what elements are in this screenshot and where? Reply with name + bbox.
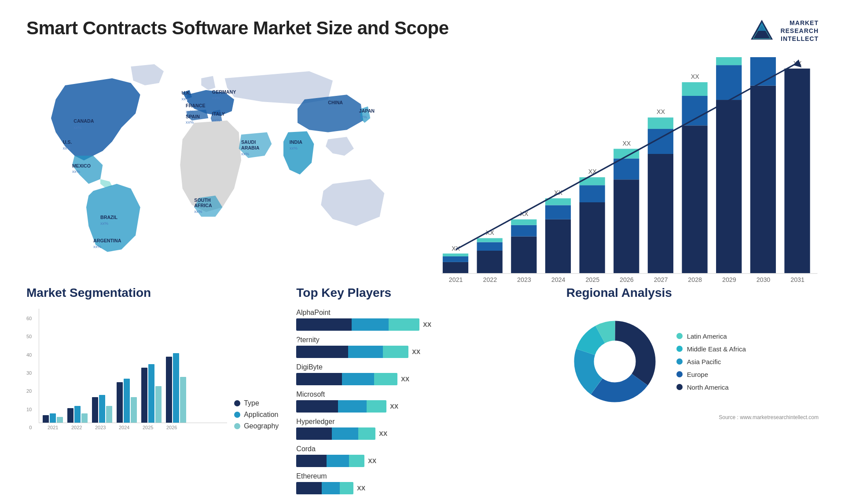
svg-text:ARABIA: ARABIA — [241, 145, 260, 150]
source-text: Source : www.marketresearchintellect.com — [566, 414, 819, 420]
safrica-label: SOUTH — [194, 197, 210, 203]
svg-text:xx%: xx% — [100, 221, 109, 226]
europe-dot — [676, 371, 683, 377]
france-label: FRANCE — [186, 103, 205, 108]
bottom-content: Market Segmentation 60 50 40 30 20 10 0 — [26, 286, 819, 500]
svg-text:XX: XX — [691, 73, 699, 80]
svg-rect-34 — [545, 219, 571, 274]
svg-rect-59 — [716, 100, 742, 274]
india-label: INDIA — [290, 139, 302, 145]
asia-dot — [676, 358, 683, 365]
svg-text:2022: 2022 — [483, 276, 497, 283]
players-list: AlphaPoint XX ?ternity — [296, 309, 548, 500]
svg-text:xx%: xx% — [241, 151, 250, 156]
player-row: AlphaPoint XX — [296, 309, 548, 331]
svg-rect-56 — [682, 82, 707, 96]
logo-icon — [749, 18, 775, 44]
reg-legend-item: Latin America — [676, 332, 746, 340]
logo-text: MARKET RESEARCH INTELLECT — [780, 19, 819, 43]
legend-type: Type — [234, 399, 279, 407]
svg-rect-40 — [579, 185, 605, 202]
uk-label: U.K. — [182, 90, 191, 95]
svg-rect-20 — [443, 256, 468, 262]
namerica-dot — [676, 384, 683, 390]
canada-label: CANADA — [73, 118, 94, 124]
svg-rect-51 — [648, 117, 673, 129]
us-label: U.S. — [63, 139, 72, 145]
svg-rect-24 — [477, 251, 503, 274]
svg-rect-21 — [443, 253, 468, 256]
geo-dot — [234, 423, 240, 429]
svg-text:xx%: xx% — [73, 125, 82, 130]
svg-rect-35 — [545, 205, 571, 219]
svg-text:xx%: xx% — [63, 146, 71, 150]
svg-rect-26 — [477, 238, 503, 242]
svg-text:2026: 2026 — [620, 276, 634, 283]
svg-text:XX: XX — [725, 57, 733, 58]
germany-label: GERMANY — [212, 89, 236, 95]
chart-section: XX 2021 XX 2022 XX 2023 — [431, 57, 819, 268]
svg-rect-29 — [511, 237, 536, 274]
china-label: CHINA — [328, 100, 343, 105]
donut-chart — [566, 313, 663, 410]
segmentation-section: Market Segmentation 60 50 40 30 20 10 0 — [26, 286, 279, 500]
player-row: Corda XX — [296, 445, 548, 467]
map-container: CANADA xx% U.S. xx% MEXICO xx% BRAZIL xx… — [26, 57, 414, 268]
donut-area: Latin America Middle East & Africa Asia … — [566, 313, 819, 410]
svg-point-72 — [596, 343, 633, 380]
header: Smart Contracts Software Market Size and… — [26, 18, 819, 44]
world-map: CANADA xx% U.S. xx% MEXICO xx% BRAZIL xx… — [26, 57, 414, 268]
app-dot — [234, 412, 240, 418]
svg-rect-64 — [750, 86, 776, 274]
svg-text:xx%: xx% — [359, 114, 367, 119]
argentina-label: ARGENTINA — [93, 238, 121, 243]
regional-section: Regional Analysis — [566, 286, 819, 500]
italy-label: ITALY — [212, 111, 225, 117]
svg-text:xx%: xx% — [72, 169, 81, 174]
svg-text:xx%: xx% — [182, 96, 190, 101]
svg-text:XX: XX — [622, 140, 631, 147]
japan-label: JAPAN — [359, 108, 375, 113]
player-row: Microsoft XX — [296, 391, 548, 413]
seg-legend: Type Application Geography — [234, 399, 279, 430]
page-container: Smart Contracts Software Market Size and… — [0, 0, 845, 504]
growth-chart: XX 2021 XX 2022 XX 2023 — [431, 57, 819, 296]
seg-bar — [43, 415, 49, 423]
svg-text:2030: 2030 — [757, 276, 771, 283]
svg-text:2031: 2031 — [790, 276, 805, 283]
player-row: Hyperledger XX — [296, 418, 548, 440]
svg-text:2029: 2029 — [722, 276, 736, 283]
player-row: ?ternity XX — [296, 336, 548, 358]
legend-application: Application — [234, 411, 279, 419]
map-section: CANADA xx% U.S. xx% MEXICO xx% BRAZIL xx… — [26, 57, 414, 268]
bar-2021-dark — [443, 262, 468, 274]
players-section: Top Key Players AlphaPoint XX — [296, 286, 548, 500]
player-row: Ethereum XX — [296, 472, 548, 494]
svg-rect-39 — [579, 202, 605, 274]
svg-text:xx%: xx% — [212, 95, 220, 100]
svg-text:2027: 2027 — [654, 276, 668, 283]
mea-dot — [676, 346, 683, 352]
svg-text:2025: 2025 — [585, 276, 599, 283]
svg-text:AFRICA: AFRICA — [194, 203, 212, 208]
svg-text:xx%: xx% — [194, 209, 202, 214]
svg-text:xx%: xx% — [212, 117, 220, 122]
saudi-label: SAUDI — [241, 139, 256, 145]
svg-rect-31 — [511, 219, 536, 225]
regional-legend: Latin America Middle East & Africa Asia … — [676, 332, 746, 391]
svg-rect-49 — [648, 154, 673, 274]
latam-dot — [676, 333, 683, 339]
svg-rect-68 — [784, 69, 810, 274]
svg-rect-55 — [682, 96, 707, 125]
logo-area: MARKET RESEARCH INTELLECT — [749, 18, 819, 44]
brazil-label: BRAZIL — [100, 215, 118, 220]
growth-chart-svg: XX 2021 XX 2022 XX 2023 — [431, 57, 819, 296]
segmentation-title: Market Segmentation — [26, 286, 279, 300]
svg-rect-44 — [614, 179, 639, 274]
regional-title: Regional Analysis — [566, 286, 819, 300]
player-row: DigiByte XX — [296, 363, 548, 385]
svg-rect-54 — [682, 125, 707, 273]
svg-text:xx%: xx% — [186, 109, 194, 114]
players-title: Top Key Players — [296, 286, 548, 300]
type-dot — [234, 400, 240, 406]
